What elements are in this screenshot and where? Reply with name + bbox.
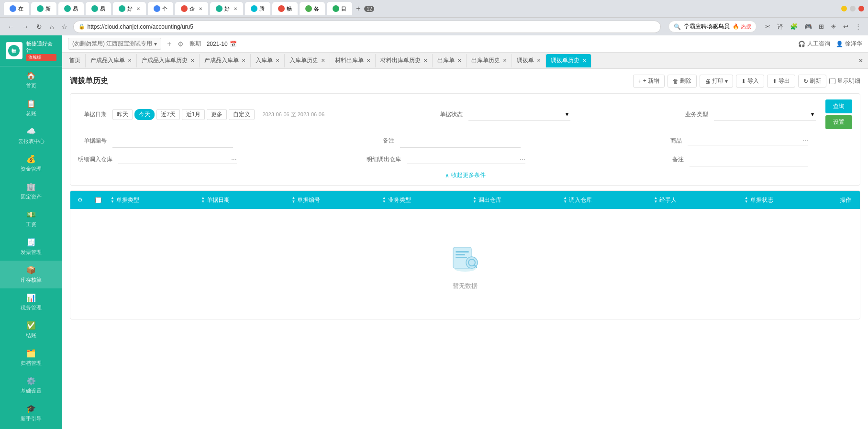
brightness-icon[interactable]: ☀ (830, 22, 837, 31)
close-button[interactable] (858, 6, 864, 11)
browser-tab-8[interactable]: 好 ✕ (210, 2, 243, 15)
th-gear[interactable]: ⚙ (70, 197, 89, 203)
period-value[interactable]: 2021-10 📅 (207, 41, 237, 47)
sidebar-item-settings[interactable]: ⚙️ 基础设置 (0, 372, 62, 399)
page-tab-material-out-close[interactable]: ✕ (367, 58, 370, 63)
address-input[interactable]: 🔒 https://cloud.chanjet.com/accounting/u… (73, 21, 660, 33)
status-filter-select[interactable]: ▾ (468, 108, 570, 121)
delete-button[interactable]: 🗑 删除 (668, 75, 697, 88)
browser-tab-7-close[interactable]: ✕ (199, 6, 202, 11)
sidebar-item-home[interactable]: 🏠 首页 (0, 66, 62, 94)
sidebar-item-archive[interactable]: 🗂️ 归档管理 (0, 344, 62, 372)
export-button[interactable]: ⬆ 导出 (767, 75, 795, 88)
minimize-button[interactable] (841, 6, 847, 11)
detail-out-ellipsis[interactable]: ··· (520, 155, 525, 163)
sidebar-item-reports[interactable]: ☁️ 云报表中心 (0, 122, 62, 150)
date-btn-7days[interactable]: 近7天 (156, 109, 180, 120)
undo-icon[interactable]: ↩ (842, 22, 849, 31)
sidebar-item-close[interactable]: ✅ 结账 (0, 316, 62, 344)
user-info[interactable]: 👤 徐泽华 (836, 40, 862, 48)
browser-tab-4[interactable]: 易 (86, 2, 111, 15)
collapse-button[interactable]: ∧ 收起更多条件 (445, 171, 486, 179)
back-button[interactable]: ← (6, 22, 16, 32)
page-tab-transfer-hist-close[interactable]: ✕ (582, 58, 586, 63)
page-tab-transfer-hist[interactable]: 调拨单历史 ✕ (546, 54, 591, 67)
browser-tab-8-close[interactable]: ✕ (234, 6, 237, 11)
th-out-wh[interactable]: ▲▼ 调出仓库 (469, 196, 559, 204)
sidebar-item-invoice[interactable]: 🧾 发票管理 (0, 233, 62, 261)
page-tab-inbound-hist[interactable]: 入库单历史 ✕ (285, 54, 330, 67)
extension-icon[interactable]: 🧩 (789, 22, 799, 31)
translate-icon[interactable]: 译 (776, 22, 784, 32)
page-tab-outbound-close[interactable]: ✕ (457, 58, 461, 63)
th-biz[interactable]: ▲▼ 业务类型 (378, 196, 469, 204)
page-tab-outbound-hist-close[interactable]: ✕ (503, 58, 507, 63)
page-tab-material-out[interactable]: 材料出库单 ✕ (330, 54, 376, 67)
grid-icon[interactable]: ⊞ (818, 22, 825, 31)
page-tab-finished-in[interactable]: 产成品入库单 ✕ (86, 54, 137, 67)
new-button[interactable]: + + 新增 (633, 75, 665, 88)
display-detail-checkbox[interactable]: 显示明细 (829, 77, 860, 85)
detail-note-input[interactable] (690, 153, 808, 165)
company-selector[interactable]: (勿删勿禁用) 江西服宝测试专用 ▾ (68, 38, 161, 50)
add-company-button[interactable]: + (167, 40, 171, 48)
sidebar-item-assets[interactable]: 🏢 固定资产 (0, 177, 62, 205)
reload-button[interactable]: ↻ (34, 22, 44, 32)
service-button[interactable]: 🎧 人工咨询 (798, 40, 830, 48)
game-icon[interactable]: 🎮 (803, 22, 813, 31)
filter-settings-button[interactable]: 设置 (825, 115, 852, 129)
browser-tab-9[interactable]: 腾 (245, 2, 270, 15)
page-tab-inbound-close[interactable]: ✕ (276, 58, 279, 63)
goods-ellipsis[interactable]: ··· (802, 136, 808, 144)
th-checkbox[interactable] (89, 197, 107, 203)
browser-tab-1[interactable]: 在 (4, 2, 29, 15)
forward-button[interactable]: → (20, 22, 31, 32)
page-tab-finished-in2-close[interactable]: ✕ (242, 58, 245, 63)
display-checkbox-input[interactable] (829, 78, 835, 84)
scissors-icon[interactable]: ✂ (764, 22, 771, 31)
date-btn-today[interactable]: 今天 (134, 109, 155, 120)
new-tab-button[interactable]: + (354, 4, 362, 13)
page-tab-finished-in-hist[interactable]: 产成品入库单历史 ✕ (137, 54, 200, 67)
sidebar-item-tax[interactable]: 📊 税务管理 (0, 288, 62, 316)
sidebar-item-guide[interactable]: 🎓 新手引导 (0, 399, 62, 427)
sidebar-item-funds[interactable]: 💰 资金管理 (0, 150, 62, 177)
note-input[interactable] (400, 134, 521, 146)
browser-tab-10[interactable]: 畅 (272, 2, 298, 15)
biz-type-select[interactable]: ▾ (714, 108, 816, 121)
browser-tab-2[interactable]: 新 (31, 2, 56, 15)
th-number[interactable]: ▲▼ 单据编号 (288, 196, 378, 204)
menu-icon[interactable]: ⋮ (854, 22, 862, 31)
date-btn-more[interactable]: 更多 (207, 109, 227, 120)
date-btn-1month[interactable]: 近1月 (182, 109, 205, 120)
sidebar-item-member[interactable]: V 畅会员 (0, 427, 62, 429)
page-tab-home[interactable]: 首页 (64, 54, 86, 67)
sidebar-item-ledger[interactable]: 📋 总账 (0, 94, 62, 122)
home-button[interactable]: ⌂ (48, 22, 56, 32)
browser-tab-12[interactable]: 目 (327, 2, 352, 15)
date-btn-custom[interactable]: 自定义 (229, 109, 255, 120)
th-handler[interactable]: ▲▼ 经手人 (650, 196, 741, 204)
sidebar-item-inventory[interactable]: 📦 库存核算 (0, 261, 62, 288)
print-button[interactable]: 🖨 打印 ▾ (700, 75, 733, 88)
page-tab-inbound[interactable]: 入库单 ✕ (251, 54, 285, 67)
th-status[interactable]: ▲▼ 单据状态 (741, 196, 831, 204)
th-date[interactable]: ▲▼ 单据日期 (197, 196, 288, 204)
page-tab-material-out-hist[interactable]: 材料出库单历史 ✕ (376, 54, 433, 67)
refresh-button[interactable]: ↻ 刷新 (798, 75, 826, 88)
page-tab-finished-in-hist-close[interactable]: ✕ (190, 58, 194, 63)
page-tab-transfer[interactable]: 调拨单 ✕ (512, 54, 546, 67)
page-tab-finished-in-close[interactable]: ✕ (128, 58, 132, 63)
th-in-wh[interactable]: ▲▼ 调入仓库 (559, 196, 650, 204)
browser-tab-3[interactable]: 易 (58, 2, 84, 15)
query-button[interactable]: 查询 (825, 99, 852, 113)
page-tab-transfer-close[interactable]: ✕ (537, 58, 541, 63)
th-type[interactable]: ▲▼ 单据类型 (107, 196, 197, 204)
date-btn-yesterday[interactable]: 昨天 (112, 109, 133, 120)
page-tab-outbound[interactable]: 出库单 ✕ (433, 54, 467, 67)
browser-tab-6[interactable]: 个 (148, 2, 173, 15)
bookmark-button[interactable]: ☆ (59, 22, 69, 32)
collapse-tabs-button[interactable]: ✕ (856, 57, 866, 64)
browser-tab-11[interactable]: 各 (300, 2, 325, 15)
maximize-button[interactable] (850, 6, 856, 11)
